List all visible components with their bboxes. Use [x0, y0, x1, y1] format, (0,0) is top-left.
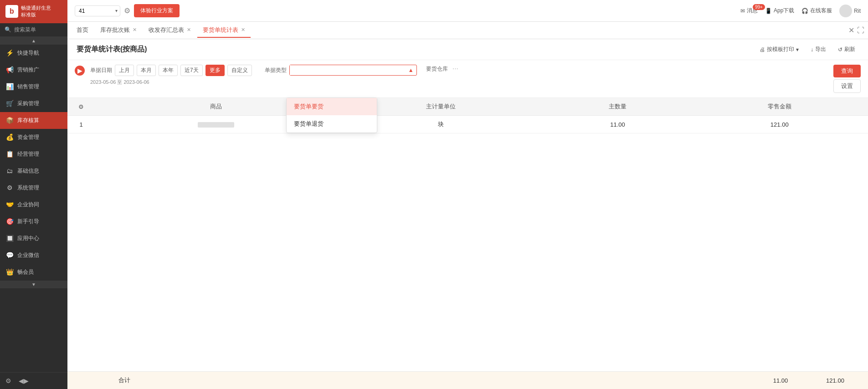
app-download-item[interactable]: 📱 App下载 — [765, 7, 794, 15]
wechat-icon: 💬 — [5, 251, 14, 259]
page-header: 要货单统计表(按商品) 🖨 按模板打印 ▾ ↓ 导出 ↺ 刷新 — [67, 39, 868, 60]
logo-text: 畅捷通好生意 标准版 — [21, 5, 51, 19]
tab-order-stats[interactable]: 要货单统计表 ✕ — [197, 23, 251, 38]
sidebar-item-label: 快捷导航 — [17, 49, 39, 57]
sidebar-item-system[interactable]: ⚙ 系统管理 — [0, 179, 67, 196]
type-dropdown: 要货单要货 要货单退货 — [286, 97, 377, 133]
date-btn-custom[interactable]: 自定义 — [227, 65, 252, 76]
sidebar-item-marketing[interactable]: 📢 营销推广 — [0, 61, 67, 78]
tab-receivable-summary[interactable]: 收发存汇总表 ✕ — [143, 23, 196, 38]
message-badge: 99+ — [753, 4, 765, 10]
topbar-left: ▾ ⚙ 体验行业方案 — [75, 4, 735, 17]
sidebar-item-shortcuts[interactable]: ⚡ 快捷导航 — [0, 45, 67, 61]
sidebar-item-guide[interactable]: 🎯 新手引导 — [0, 213, 67, 230]
sidebar-item-finance[interactable]: 💰 资金管理 — [0, 129, 67, 146]
topbar: ▾ ⚙ 体验行业方案 ✉ 99+ 消息 📱 App下载 🎧 在线客服 Rit — [67, 0, 868, 22]
sidebar-item-inventory[interactable]: 📦 库存核算 — [0, 112, 67, 129]
col-settings-icon[interactable]: ⚙ — [78, 103, 84, 110]
warehouse-label: 要货仓库 — [426, 65, 448, 73]
data-table: ⚙ 商品 主计量单位 主数量 零售金额 1 块 — [67, 98, 868, 133]
demo-btn[interactable]: 体验行业方案 — [134, 4, 180, 17]
sidebar-item-label: 应用中心 — [17, 235, 39, 242]
sidebar-item-wechat[interactable]: 💬 企业微信 — [0, 247, 67, 264]
sidebar-scroll-up[interactable]: ▲ — [0, 37, 67, 45]
sidebar-item-basic[interactable]: 🗂 基础信息 — [0, 163, 67, 179]
sidebar-item-enterprise[interactable]: 🤝 企业协同 — [0, 196, 67, 213]
cell-qty: 11.00 — [544, 116, 691, 133]
sidebar-item-label: 销售管理 — [17, 83, 39, 91]
main-area: ▾ ⚙ 体验行业方案 ✉ 99+ 消息 📱 App下载 🎧 在线客服 Rit — [67, 0, 868, 389]
online-service-label: 在线客服 — [810, 7, 832, 15]
filter-type-row: 单据类型 ▲ — [265, 65, 417, 76]
tab-expand-btn[interactable]: ⛶ — [857, 26, 864, 35]
user-label: Rit — [854, 8, 861, 14]
sidebar-scroll-down[interactable]: ▼ — [0, 281, 67, 288]
topbar-right: ✉ 99+ 消息 📱 App下载 🎧 在线客服 Rit — [740, 5, 861, 17]
tab-close-btn[interactable]: ✕ — [133, 27, 137, 33]
vip-icon: 👑 — [5, 268, 14, 276]
type-input[interactable] — [290, 65, 406, 75]
print-template-btn[interactable]: 🖨 按模板打印 ▾ — [756, 44, 802, 55]
sidebar-item-label: 库存核算 — [17, 117, 39, 124]
collapse-icon[interactable]: ◀▶ — [19, 377, 29, 384]
sidebar-item-label: 企业微信 — [17, 251, 39, 259]
refresh-btn[interactable]: ↺ 刷新 — [834, 44, 859, 55]
company-select[interactable] — [75, 5, 120, 16]
print-chevron-icon: ▾ — [796, 46, 799, 53]
tab-close-btn[interactable]: ✕ — [241, 27, 245, 33]
type-chevron-icon[interactable]: ▲ — [406, 65, 416, 75]
user-item[interactable]: Rit — [839, 5, 861, 17]
export-icon: ↓ — [811, 46, 813, 53]
topbar-gear-icon[interactable]: ⚙ — [124, 6, 130, 15]
print-label: 按模板打印 — [767, 46, 794, 53]
system-icon: ⚙ — [5, 184, 14, 191]
footer-qty: 11.00 — [753, 377, 808, 384]
query-btn[interactable]: 查询 — [833, 65, 861, 77]
sidebar-search[interactable]: 🔍 搜索菜单 — [0, 23, 67, 37]
tab-actions: ✕ ⛶ — [848, 26, 864, 35]
sidebar-item-sales[interactable]: 📊 销售管理 — [0, 78, 67, 95]
message-icon: ✉ — [740, 8, 745, 14]
dropdown-item-order-return[interactable]: 要货单退货 — [287, 115, 377, 133]
content-area: 要货单统计表(按商品) 🖨 按模板打印 ▾ ↓ 导出 ↺ 刷新 ▶ — [67, 39, 868, 389]
date-btn-this-year[interactable]: 本年 — [159, 65, 178, 76]
sidebar-item-apps[interactable]: 🔲 应用中心 — [0, 230, 67, 247]
tab-home[interactable]: 首页 — [71, 23, 94, 38]
product-placeholder — [198, 122, 234, 128]
settings-icon[interactable]: ⚙ — [5, 377, 11, 384]
tab-inventory-batch[interactable]: 库存批次账 ✕ — [95, 23, 142, 38]
footer-amount: 121.00 — [808, 377, 863, 384]
date-btn-this-month[interactable]: 本月 — [137, 65, 156, 76]
date-btn-more[interactable]: 更多 — [205, 65, 225, 76]
enterprise-icon: 🤝 — [5, 201, 14, 208]
app-download-label: App下载 — [774, 7, 794, 15]
message-item[interactable]: ✉ 99+ 消息 — [740, 7, 758, 15]
refresh-icon: ↺ — [838, 46, 842, 53]
export-btn[interactable]: ↓ 导出 — [807, 44, 830, 55]
date-btn-last-month[interactable]: 上月 — [115, 65, 134, 76]
guide-icon: 🎯 — [5, 218, 14, 225]
logo-icon: b — [5, 5, 18, 18]
settings-btn[interactable]: 设置 — [833, 79, 861, 93]
col-settings[interactable]: ⚙ — [67, 98, 95, 116]
page-actions: 🖨 按模板打印 ▾ ↓ 导出 ↺ 刷新 — [756, 44, 859, 55]
sidebar-item-label: 采购管理 — [17, 100, 39, 107]
sidebar-item-vip[interactable]: 👑 畅会员 — [0, 264, 67, 281]
sidebar-item-label: 系统管理 — [17, 184, 39, 192]
date-btn-last-7-days[interactable]: 近7天 — [180, 65, 203, 76]
headset-icon: 🎧 — [801, 8, 808, 14]
search-label: 搜索菜单 — [14, 26, 36, 34]
dropdown-item-order-goods[interactable]: 要货单要货 — [287, 98, 377, 115]
page-title: 要货单统计表(按商品) — [77, 45, 147, 54]
tab-close-all-btn[interactable]: ✕ — [848, 26, 854, 35]
sidebar-item-operations[interactable]: 📋 经营管理 — [0, 146, 67, 163]
shortcuts-icon: ⚡ — [5, 49, 14, 56]
tab-close-btn[interactable]: ✕ — [187, 27, 191, 33]
app-download-icon: 📱 — [765, 8, 772, 14]
filter-expand-btn[interactable]: ▶ — [75, 66, 85, 76]
warehouse-more-btn[interactable]: ··· — [451, 65, 460, 73]
sidebar-item-purchase[interactable]: 🛒 采购管理 — [0, 95, 67, 112]
online-service-item[interactable]: 🎧 在线客服 — [801, 7, 832, 15]
sidebar-item-label: 经营管理 — [17, 150, 39, 158]
print-icon: 🖨 — [760, 46, 765, 53]
